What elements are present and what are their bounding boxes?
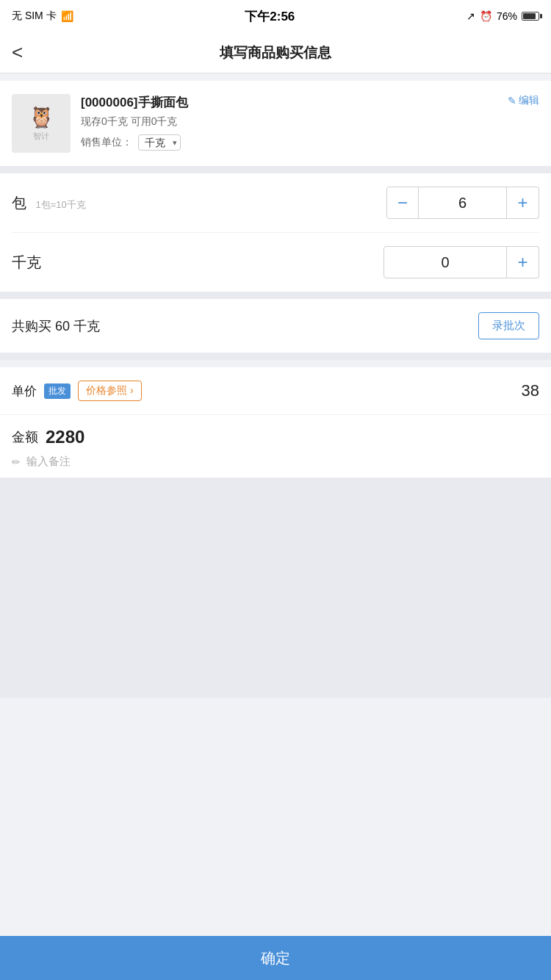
kg-plus-button[interactable]: +: [507, 246, 539, 278]
wifi-icon: 📶: [61, 10, 73, 22]
status-right: ↗ ⏰ 76%: [467, 10, 539, 22]
status-time: 下午2:56: [245, 8, 295, 25]
battery-percent: 76%: [497, 10, 517, 22]
edit-label: 编辑: [519, 94, 539, 107]
back-button[interactable]: <: [12, 41, 23, 64]
product-info: [0000006]手撕面包 ✎ 编辑 现存0千克 可用0千克 销售单位： 千克 …: [81, 94, 539, 151]
page-title: 填写商品购买信息: [220, 43, 331, 62]
price-section: 单价 批发 价格参照 › 38: [0, 367, 551, 414]
price-value: 38: [522, 381, 539, 400]
kg-input-control: +: [383, 246, 539, 278]
remark-label: 输入备注: [26, 455, 71, 469]
gray-area: [0, 478, 551, 698]
bao-minus-button[interactable]: −: [386, 187, 419, 219]
kg-label: 千克: [12, 254, 41, 270]
amount-value: 2280: [46, 427, 84, 447]
summary-section: 共购买 60 千克 录批次: [0, 299, 551, 353]
kg-input-field[interactable]: [383, 246, 507, 278]
summary-text: 共购买 60 千克: [12, 317, 100, 335]
price-tag: 批发: [44, 383, 71, 399]
unit-label: 销售单位：: [81, 136, 132, 149]
record-batch-button[interactable]: 录批次: [478, 312, 539, 339]
bao-plus-button[interactable]: +: [507, 187, 539, 219]
product-unit-row: 销售单位： 千克 包: [81, 134, 539, 151]
edit-icon: ✎: [508, 95, 516, 107]
pencil-icon: ✏: [12, 456, 21, 468]
kg-label-group: 千克: [12, 253, 41, 273]
unit-select-wrap[interactable]: 千克 包: [138, 134, 181, 151]
bao-label: 包: [12, 195, 26, 211]
bao-label-group: 包 1包=10千克: [12, 193, 86, 213]
alarm-icon: ⏰: [480, 10, 492, 22]
price-ref-button[interactable]: 价格参照 ›: [78, 381, 142, 401]
battery-icon: [522, 12, 539, 21]
product-logo-text: 智计: [33, 131, 49, 142]
product-stock: 现存0千克 可用0千克: [81, 115, 539, 129]
product-logo-icon: 🦉: [29, 105, 54, 129]
product-name: [0000006]手撕面包: [81, 94, 188, 111]
bao-input-control: − +: [386, 187, 539, 219]
nav-bar: < 填写商品购买信息: [0, 32, 551, 73]
status-left: 无 SIM 卡 📶: [12, 10, 73, 23]
bao-input-row: 包 1包=10千克 − +: [12, 173, 539, 233]
bao-input-field[interactable]: [419, 187, 507, 219]
section-divider-1: [0, 166, 551, 173]
confirm-button[interactable]: 确定: [261, 948, 290, 968]
amount-row: 金额 2280: [12, 427, 539, 447]
location-icon: ↗: [467, 10, 475, 22]
unit-select[interactable]: 千克 包: [138, 134, 181, 151]
status-bar: 无 SIM 卡 📶 下午2:56 ↗ ⏰ 76%: [0, 0, 551, 32]
bao-sub-label: 1包=10千克: [35, 199, 85, 210]
remark-row[interactable]: ✏ 输入备注: [12, 455, 539, 469]
price-label: 单价: [12, 383, 37, 400]
product-image: 🦉 智计: [12, 94, 71, 153]
kg-input-row: 千克 +: [12, 233, 539, 292]
amount-section: 金额 2280 ✏ 输入备注: [0, 414, 551, 478]
section-divider-3: [0, 353, 551, 360]
confirm-bar[interactable]: 确定: [0, 936, 551, 980]
section-divider-2: [0, 292, 551, 299]
edit-button[interactable]: ✎ 编辑: [508, 94, 539, 107]
product-card: 🦉 智计 [0000006]手撕面包 ✎ 编辑 现存0千克 可用0千克 销售单位…: [0, 81, 551, 166]
amount-label: 金额: [12, 428, 38, 446]
input-section: 包 1包=10千克 − + 千克 +: [0, 173, 551, 292]
no-sim-label: 无 SIM 卡: [12, 10, 57, 23]
